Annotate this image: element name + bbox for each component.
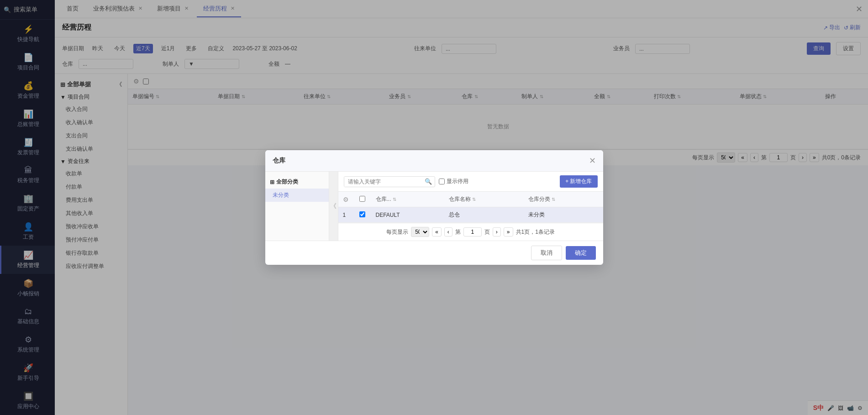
modal-search-icon[interactable]: 🔍 [422, 178, 435, 185]
row-check[interactable] [355, 207, 371, 223]
modal-header: 仓库 ✕ [265, 150, 603, 172]
show-disabled-label[interactable]: 显示停用 [439, 178, 468, 185]
modal-unclassified-category[interactable]: 未分类 [265, 189, 329, 202]
modal-title: 仓库 [273, 157, 285, 165]
col-gear: ⚙ [338, 192, 355, 207]
modal-table: ⚙ 仓库... ⇅ 仓库名称 ⇅ [338, 192, 603, 223]
modal-search-box[interactable]: 🔍 [344, 176, 435, 187]
modal-cancel-button[interactable]: 取消 [531, 246, 562, 260]
modal-last-btn[interactable]: » [504, 227, 513, 236]
row-name: 总仓 [444, 207, 524, 223]
modal-first-btn[interactable]: « [432, 227, 442, 236]
row-num: 1 [338, 207, 355, 223]
modal-page-unit: 页 [484, 228, 490, 236]
modal-table-wrap: ⚙ 仓库... ⇅ 仓库名称 ⇅ [338, 192, 603, 223]
col-check [355, 192, 371, 207]
modal-footer: 取消 确定 [265, 241, 603, 265]
modal-page-word: 第 [455, 228, 461, 236]
modal-body: ⊞ 全部分类 未分类 《 🔍 显示停用 [265, 172, 603, 241]
collapse-cat-icon: 《 [330, 202, 337, 210]
warehouse-modal: 仓库 ✕ ⊞ 全部分类 未分类 《 [265, 150, 603, 265]
show-disabled-checkbox[interactable] [439, 179, 445, 184]
modal-overlay: 仓库 ✕ ⊞ 全部分类 未分类 《 [0, 0, 868, 415]
row-category: 未分类 [524, 207, 603, 223]
modal-per-page-label: 每页显示 [386, 228, 408, 236]
modal-page-input[interactable] [463, 227, 482, 236]
table-row[interactable]: 1 DEFAULT 总仓 未分类 [338, 207, 603, 223]
col-warehouse-code: 仓库... ⇅ [371, 192, 444, 207]
modal-all-category[interactable]: ⊞ 全部分类 [265, 175, 329, 189]
col-warehouse-name: 仓库名称 ⇅ [444, 192, 524, 207]
add-warehouse-button[interactable]: + 新增仓库 [560, 175, 597, 188]
modal-per-page-select[interactable]: 50 100 [411, 227, 429, 237]
col-warehouse-category: 仓库分类 ⇅ [524, 192, 603, 207]
modal-cat-collapse-btn[interactable]: 《 [329, 172, 338, 241]
modal-table-area: 🔍 显示停用 + 新增仓库 ⚙ [338, 172, 603, 241]
modal-confirm-button[interactable]: 确定 [566, 246, 596, 260]
modal-search-input[interactable] [344, 177, 422, 187]
modal-pagination: 每页显示 50 100 « ‹ 第 页 › » 共1页，1条记录 [338, 223, 603, 241]
modal-category-sidebar: ⊞ 全部分类 未分类 [265, 172, 329, 241]
modal-toolbar: 🔍 显示停用 + 新增仓库 [338, 172, 603, 192]
modal-total-label: 共1页，1条记录 [516, 228, 555, 236]
modal-gear-icon[interactable]: ⚙ [343, 196, 349, 203]
modal-close-button[interactable]: ✕ [589, 156, 596, 166]
grid-icon-2: ⊞ [270, 179, 274, 185]
modal-next-btn[interactable]: › [493, 227, 501, 236]
row-code: DEFAULT [371, 207, 444, 223]
modal-prev-btn[interactable]: ‹ [444, 227, 452, 236]
modal-table-header: ⚙ 仓库... ⇅ 仓库名称 ⇅ [338, 192, 603, 207]
modal-select-all[interactable] [359, 196, 365, 202]
